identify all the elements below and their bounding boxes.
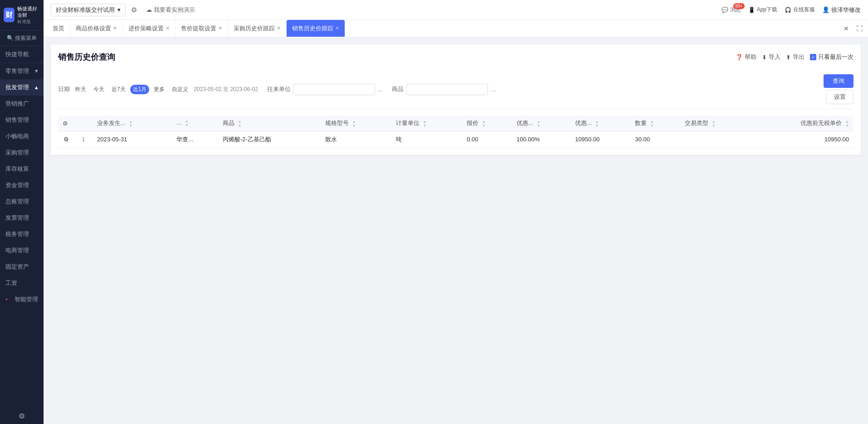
product-input[interactable] — [406, 84, 488, 95]
user-name-label: 徐泽华修改 — [831, 6, 861, 14]
message-icon: 💬 — [722, 7, 728, 13]
cell-unit: 吨 — [391, 131, 462, 147]
sidebar-item-fixed-assets[interactable]: 固定资产 — [0, 259, 44, 275]
cell-row-gear[interactable]: ⚙ — [58, 131, 74, 147]
tab-bar: 首页 商品价格设置 ✕ 进价策略设置 ✕ 售价提取设置 ✕ 采购历史价跟踪 ✕ … — [44, 20, 868, 37]
product-filter-group: 商品 ... — [392, 84, 496, 95]
sidebar-item-marketing[interactable]: 营销推广 — [0, 96, 44, 112]
header-online-service-btn[interactable]: 🎧 在线客服 — [785, 6, 815, 14]
sidebar-item-retail[interactable]: 零售管理 ▾ — [0, 63, 44, 79]
filter-actions: 查询 设置 — [824, 74, 853, 104]
col-qty[interactable]: 数量 ▲▼ — [630, 116, 680, 131]
supplier-filter-group: 往来单位 ... — [267, 84, 383, 95]
sidebar-item-quicknav[interactable]: 快捷导航 — [0, 46, 44, 63]
export-btn[interactable]: ⬆ 导出 — [786, 53, 805, 61]
sidebar-item-invoice[interactable]: 发票管理 — [0, 210, 44, 226]
tab-purchase-strategy-close[interactable]: ✕ — [166, 25, 170, 31]
sidebar-item-general-ledger[interactable]: 总账管理 — [0, 193, 44, 210]
online-service-label: 在线客服 — [793, 6, 815, 14]
sidebar-item-tax[interactable]: 税务管理 — [0, 226, 44, 242]
tab-price[interactable]: 商品价格设置 ✕ — [70, 20, 123, 37]
date-last7[interactable]: 近7天 — [109, 85, 128, 94]
tab-purchase-history-close[interactable]: ✕ — [277, 25, 281, 31]
supplier-input[interactable] — [293, 84, 375, 95]
sidebar-item-inventory[interactable]: 库存核算 — [0, 161, 44, 177]
col-discount1[interactable]: 优惠... ▲▼ — [512, 116, 571, 131]
date-last1m[interactable]: 近1月 — [130, 85, 150, 94]
col-unit[interactable]: 计量单位 ▲▼ — [391, 116, 462, 131]
date-today[interactable]: 今天 — [91, 85, 107, 94]
page-title: 销售历史价查询 — [58, 52, 115, 63]
sidebar-item-ecommerce[interactable]: 电商管理 — [0, 242, 44, 259]
sidebar-item-purchase[interactable]: 采购管理 — [0, 145, 44, 161]
sort-trade-type-icon: ▲▼ — [712, 120, 716, 128]
sidebar-item-wholesale[interactable]: 批发管理 ▴ — [0, 79, 44, 96]
settings-button[interactable]: 设置 — [826, 90, 853, 104]
headset-icon: 🎧 — [785, 7, 791, 13]
table-row: ⚙ 1 2023-05-31 华查... 丙烯酸-2-乙基己酯 散水 吨 0.0… — [58, 131, 853, 147]
sidebar-item-finance[interactable]: 资金管理 — [0, 177, 44, 193]
tab-purchase-history[interactable]: 采购历史价跟踪 ✕ — [228, 20, 287, 37]
tab-sale-price-close[interactable]: ✕ — [218, 25, 222, 31]
cell-discount1: 100.00% — [512, 131, 571, 147]
supplier-dots-btn[interactable]: ... — [378, 86, 383, 93]
header-demo-btn[interactable]: ☁ 我要看实例演示 — [146, 6, 195, 14]
header-settings-icon[interactable]: ⚙ — [131, 6, 137, 14]
header-demo-text: 我要看实例演示 — [154, 6, 195, 14]
import-btn[interactable]: ⬇ 导入 — [762, 53, 780, 61]
tab-purchase-strategy[interactable]: 进价策略设置 ✕ — [123, 20, 176, 37]
header-user-btn[interactable]: 👤 徐泽华修改 — [822, 6, 861, 14]
only-last-checkbox[interactable]: ✓ 只看最后一次 — [810, 53, 853, 61]
col-pretax-price[interactable]: 优惠前无税单价 ▲▼ — [751, 116, 853, 131]
sidebar-settings-icon[interactable]: ⚙ — [19, 412, 25, 420]
tab-sales-history[interactable]: 销售历史价跟踪 ✕ — [287, 20, 345, 37]
sort-product-icon: ▲▼ — [238, 120, 241, 128]
data-table: ⚙ 业务发生... ▲▼ ... ▲▼ 商品 ▲▼ — [58, 116, 853, 148]
sidebar-item-salary[interactable]: 工资 — [0, 275, 44, 291]
supplier-label: 往来单位 — [267, 85, 291, 93]
sidebar-item-ecommerce-small[interactable]: 小畅电商 — [0, 128, 44, 145]
sort-unit-icon: ▲▼ — [423, 120, 427, 128]
date-more[interactable]: 更多 — [151, 85, 167, 94]
col-extra[interactable]: ... ▲▼ — [172, 116, 218, 131]
cell-row-num: 1 — [74, 131, 93, 147]
main-area: 好业财标准版交付试用 ▾ ⚙ ☁ 我要看实例演示 💬 消息 99+ 📱 App下… — [44, 0, 868, 424]
date-custom[interactable]: 自定义 — [169, 85, 191, 94]
cell-qty: 30.00 — [630, 131, 680, 147]
header-message-btn[interactable]: 💬 消息 99+ — [722, 6, 741, 14]
tab-sales-history-close[interactable]: ✕ — [335, 25, 339, 31]
tab-maximize-btn[interactable]: ⛶ — [854, 24, 864, 33]
col-trade-type[interactable]: 交易类型 ▲▼ — [680, 116, 751, 131]
cell-date: 2023-05-31 — [93, 131, 172, 147]
sidebar-search[interactable]: 🔍 搜索菜单 — [0, 31, 44, 46]
tab-home[interactable]: 首页 — [47, 20, 70, 37]
sidebar-section-main: 零售管理 ▾ 批发管理 ▴ 营销推广 销售管理 小畅电商 采购管理 库存核算 资… — [0, 63, 44, 308]
product-label: 商品 — [392, 85, 404, 93]
header-version-dropdown[interactable]: 好业财标准版交付试用 ▾ — [51, 4, 126, 16]
header-app-download-btn[interactable]: 📱 App下载 — [748, 6, 777, 14]
tab-close-btn[interactable]: ✕ — [842, 24, 851, 33]
sidebar: 财 畅捷通好业财 标准版 🔍 搜索菜单 快捷导航 零售管理 ▾ 批发管理 ▴ 营… — [0, 0, 44, 424]
help-btn[interactable]: ❓ 帮助 — [736, 53, 756, 61]
page-card: 销售历史价查询 ❓ 帮助 ⬇ 导入 ⬆ 导出 ✓ — [51, 44, 861, 155]
col-product[interactable]: 商品 ▲▼ — [218, 116, 321, 131]
tab-bar-controls: ✕ ⛶ — [842, 24, 864, 33]
sidebar-logo: 财 畅捷通好业财 标准版 — [0, 0, 44, 31]
logo-sub: 标准版 — [17, 19, 40, 25]
page-content: 销售历史价查询 ❓ 帮助 ⬇ 导入 ⬆ 导出 ✓ — [44, 37, 868, 424]
sidebar-item-sales[interactable]: 销售管理 — [0, 112, 44, 128]
product-dots-btn[interactable]: ... — [491, 86, 496, 93]
chevron-down-icon: ▾ — [117, 6, 121, 13]
col-spec[interactable]: 规格型号 ▲▼ — [321, 116, 391, 131]
date-yesterday[interactable]: 昨天 — [73, 85, 89, 94]
col-gear[interactable]: ⚙ — [58, 116, 74, 131]
import-icon: ⬇ — [762, 54, 767, 61]
tab-price-close[interactable]: ✕ — [113, 25, 117, 31]
query-button[interactable]: 查询 — [824, 74, 853, 88]
col-discount2[interactable]: 优惠... ▲▼ — [571, 116, 630, 131]
tab-sale-price[interactable]: 售价提取设置 ✕ — [176, 20, 228, 37]
col-date[interactable]: 业务发生... ▲▼ — [93, 116, 172, 131]
col-price[interactable]: 报价 ▲▼ — [462, 116, 512, 131]
table-header-row: ⚙ 业务发生... ▲▼ ... ▲▼ 商品 ▲▼ — [58, 116, 853, 131]
sidebar-item-smart[interactable]: 智能管理 — [0, 291, 44, 308]
